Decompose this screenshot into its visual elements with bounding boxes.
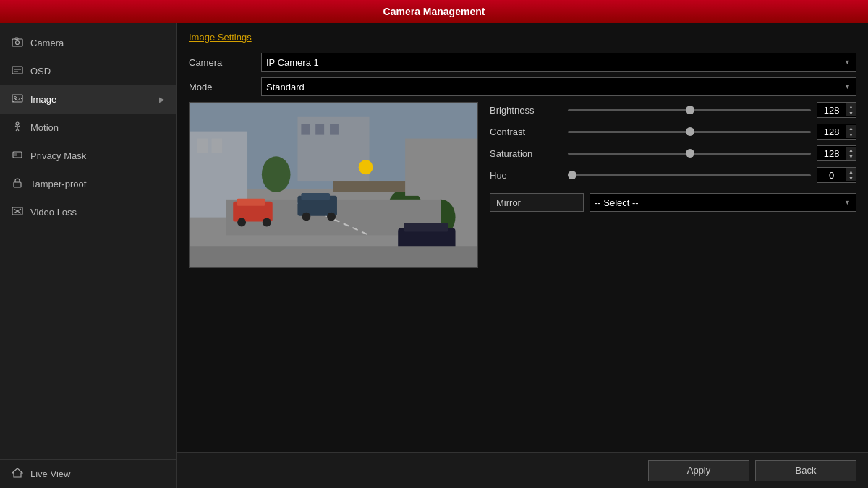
hue-spinners: ▲ ▼: [846, 168, 856, 181]
image-arrow-icon: ▶: [159, 95, 165, 103]
svg-rect-48: [190, 246, 477, 267]
contrast-down[interactable]: ▼: [846, 132, 856, 138]
svg-point-41: [327, 213, 336, 221]
svg-rect-35: [237, 199, 265, 206]
contrast-spinners: ▲ ▼: [846, 125, 856, 138]
camera-select-wrapper: IP Camera 1: [261, 53, 856, 72]
brightness-row: Brightness 128 ▲ ▼: [490, 102, 856, 118]
brightness-value-box: 128 ▲ ▼: [817, 102, 856, 118]
saturation-down[interactable]: ▼: [846, 153, 856, 160]
mirror-label: Mirror: [490, 193, 584, 212]
sidebar-item-camera[interactable]: Camera: [0, 29, 176, 57]
sidebar-item-motion[interactable]: Motion: [0, 114, 176, 142]
svg-rect-0: [12, 39, 22, 46]
svg-point-8: [16, 122, 19, 125]
sidebar-nav: Camera OSD: [0, 23, 176, 226]
sidebar-label-video-loss: Video Loss: [30, 207, 77, 218]
motion-icon: [12, 121, 23, 134]
image-icon: [12, 93, 23, 106]
mode-select-wrapper: Standard Indoor Outdoor Night: [261, 77, 856, 96]
title-label: Camera Management: [383, 6, 485, 17]
sidebar-item-tamper-proof[interactable]: Tamper-proof: [0, 170, 176, 198]
contrast-value-box: 128 ▲ ▼: [817, 124, 856, 140]
saturation-slider[interactable]: [568, 148, 811, 158]
main-layout: Camera OSD: [0, 23, 868, 488]
saturation-value-box: 128 ▲ ▼: [817, 145, 856, 161]
svg-rect-16: [14, 182, 21, 187]
svg-rect-26: [301, 124, 310, 135]
svg-point-47: [359, 160, 373, 174]
svg-rect-3: [12, 67, 22, 74]
sidebar-item-image[interactable]: Image ▶: [0, 85, 176, 114]
svg-rect-49: [405, 139, 477, 196]
sidebar-item-video-loss[interactable]: Video Loss: [0, 198, 176, 226]
camera-form-row: Camera IP Camera 1: [189, 53, 856, 72]
camera-preview: [189, 102, 478, 268]
camera-select[interactable]: IP Camera 1: [261, 53, 856, 72]
svg-rect-27: [315, 124, 324, 135]
sidebar-label-camera: Camera: [30, 38, 64, 48]
privacy-mask-icon: [12, 149, 23, 163]
sidebar: Camera OSD: [0, 23, 177, 488]
hue-up[interactable]: ▲: [846, 168, 856, 175]
sidebar-item-osd[interactable]: OSD: [0, 57, 176, 85]
mode-label: Mode: [189, 82, 261, 93]
contrast-slider[interactable]: [568, 127, 811, 137]
hue-slider[interactable]: [568, 170, 811, 180]
contrast-row: Contrast 128 ▲ ▼: [490, 124, 856, 140]
sidebar-item-privacy-mask[interactable]: Privacy Mask: [0, 142, 176, 170]
svg-point-1: [16, 41, 20, 45]
live-view-icon: [12, 467, 23, 481]
apply-button[interactable]: Apply: [648, 460, 749, 481]
svg-point-40: [302, 213, 310, 221]
settings-panel: Brightness 128 ▲ ▼ Contrast: [490, 102, 856, 268]
content-body: Brightness 128 ▲ ▼ Contrast: [189, 102, 856, 268]
bottom-bar: Apply Back: [177, 452, 868, 488]
saturation-up[interactable]: ▲: [846, 147, 856, 153]
hue-value-box: 0 ▲ ▼: [817, 167, 856, 183]
content-inner: Image Settings Camera IP Camera 1 Mode S…: [177, 23, 868, 452]
svg-rect-2: [15, 38, 18, 40]
saturation-value: 128: [817, 148, 846, 159]
back-button[interactable]: Back: [755, 460, 856, 481]
hue-label: Hue: [490, 170, 562, 181]
brightness-label: Brightness: [490, 105, 562, 116]
sidebar-label-privacy: Privacy Mask: [30, 150, 86, 161]
hue-row: Hue 0 ▲ ▼: [490, 167, 856, 183]
sidebar-live-view[interactable]: Live View: [0, 459, 176, 488]
saturation-row: Saturation 128 ▲ ▼: [490, 145, 856, 161]
brightness-down[interactable]: ▼: [846, 110, 856, 116]
hue-down[interactable]: ▼: [846, 175, 856, 181]
brightness-value: 128: [817, 105, 846, 116]
camera-icon: [12, 36, 23, 50]
sidebar-label-motion: Motion: [30, 122, 59, 133]
saturation-label: Saturation: [490, 148, 562, 159]
video-loss-icon: [12, 205, 23, 219]
svg-line-13: [17, 129, 19, 131]
brightness-slider[interactable]: [568, 105, 811, 115]
contrast-up[interactable]: ▲: [846, 125, 856, 132]
sidebar-label-image: Image: [30, 94, 56, 105]
mode-select[interactable]: Standard Indoor Outdoor Night: [261, 77, 856, 96]
svg-rect-23: [197, 139, 208, 153]
svg-point-37: [263, 218, 271, 227]
camera-label: Camera: [189, 57, 261, 68]
sidebar-label-tamper: Tamper-proof: [30, 179, 86, 189]
contrast-value: 128: [817, 127, 846, 137]
live-view-label: Live View: [30, 468, 70, 479]
svg-point-7: [14, 97, 17, 99]
osd-icon: [12, 64, 23, 78]
svg-point-36: [237, 218, 246, 227]
saturation-spinners: ▲ ▼: [846, 147, 856, 160]
sidebar-label-osd: OSD: [30, 66, 51, 77]
mode-form-row: Mode Standard Indoor Outdoor Night: [189, 77, 856, 96]
svg-rect-24: [211, 139, 222, 153]
brightness-up[interactable]: ▲: [846, 103, 856, 110]
title-bar: Camera Management: [0, 0, 868, 23]
tamper-proof-icon: [12, 177, 23, 191]
svg-rect-15: [14, 153, 17, 156]
mirror-select[interactable]: -- Select -- None Horizontal Vertical Bo…: [590, 193, 856, 212]
svg-rect-28: [330, 124, 339, 135]
section-title: Image Settings: [189, 32, 856, 43]
svg-rect-39: [301, 193, 330, 200]
